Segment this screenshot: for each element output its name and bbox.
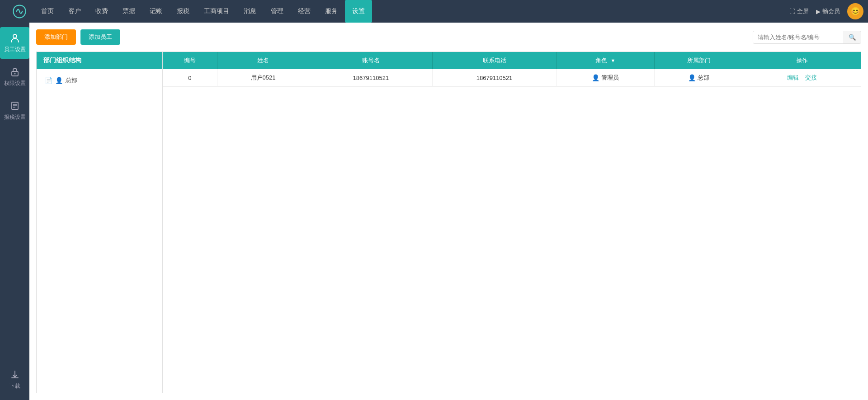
nav-operation[interactable]: 经营 <box>291 0 318 23</box>
col-role[interactable]: 角色 ▼ <box>556 52 655 69</box>
sidebar-item-download[interactable]: 下载 <box>0 364 29 395</box>
dept-item-general[interactable]: 📄 👤 总部 <box>41 74 158 87</box>
avatar-icon: 😊 <box>850 6 860 16</box>
nav-fee[interactable]: 收费 <box>88 0 115 23</box>
report-icon <box>9 100 20 111</box>
nav-settings[interactable]: 设置 <box>345 0 372 23</box>
nav-service[interactable]: 服务 <box>318 0 345 23</box>
nav-items: 首页 客户 收费 票据 记账 报税 工商项目 消息 管理 经营 服务 设置 <box>34 0 789 23</box>
member-label: 畅会员 <box>822 7 840 15</box>
fullscreen-button[interactable]: ⛶ 全屏 <box>789 7 809 15</box>
video-icon: ▶ <box>816 8 821 15</box>
main-layout: 员工设置 权限设置 报税设置 <box>0 23 868 400</box>
search-input[interactable] <box>753 31 844 43</box>
download-icon <box>9 369 20 380</box>
employee-panel: 编号 姓名 账号名 联系电话 角色 ▼ 所属部门 操作 <box>163 52 861 393</box>
dept-panel-body: 📄 👤 总部 <box>37 69 162 393</box>
sidebar-item-employee[interactable]: 员工设置 <box>0 27 29 59</box>
dept-label: 总部 <box>698 74 709 82</box>
nav-bill[interactable]: 票据 <box>115 0 142 23</box>
sidebar-label-download: 下载 <box>9 382 20 390</box>
transfer-button[interactable]: 交接 <box>805 74 817 81</box>
nav-home[interactable]: 首页 <box>34 0 61 23</box>
content-inner: 添加部门 添加员工 🔍 部门组织结构 📄 👤 <box>29 23 868 400</box>
col-ops: 操作 <box>743 52 861 69</box>
role-label: 管理员 <box>601 74 619 82</box>
sidebar-item-tax[interactable]: 报税设置 <box>0 95 29 127</box>
content-area: 添加部门 添加员工 🔍 部门组织结构 📄 👤 <box>29 23 868 400</box>
search-button[interactable]: 🔍 <box>844 31 861 43</box>
cell-ops: 编辑 交接 <box>743 69 861 87</box>
cell-id: 0 <box>163 69 217 87</box>
cell-role: 👤 管理员 <box>556 69 655 87</box>
dept-panel: 部门组织结构 📄 👤 总部 <box>36 52 163 393</box>
avatar[interactable]: 😊 <box>847 3 863 19</box>
nav-business[interactable]: 工商项目 <box>197 0 236 23</box>
col-name: 姓名 <box>217 52 309 69</box>
dept-user-icon-row: 👤 <box>688 74 696 81</box>
nav-message[interactable]: 消息 <box>236 0 264 23</box>
search-area: 🔍 <box>753 31 861 44</box>
person-icon <box>9 33 20 43</box>
nav-right: ⛶ 全屏 ▶ 畅会员 😊 <box>789 3 863 19</box>
search-icon: 🔍 <box>849 34 856 41</box>
employee-table: 编号 姓名 账号名 联系电话 角色 ▼ 所属部门 操作 <box>163 52 861 87</box>
fullscreen-label: 全屏 <box>797 7 809 15</box>
svg-point-0 <box>13 34 17 38</box>
nav-client[interactable]: 客户 <box>61 0 88 23</box>
cell-name: 用户0521 <box>217 69 309 87</box>
col-phone: 联系电话 <box>433 52 556 69</box>
table-wrapper: 编号 姓名 账号名 联系电话 角色 ▼ 所属部门 操作 <box>163 52 861 393</box>
sidebar-label-employee: 员工设置 <box>4 46 26 53</box>
dept-panel-header: 部门组织结构 <box>37 52 162 69</box>
col-role-label: 角色 <box>595 57 607 64</box>
cell-account: 18679110521 <box>309 69 433 87</box>
role-user-icon: 👤 <box>592 74 599 81</box>
logo-area <box>5 3 34 19</box>
col-account: 账号名 <box>309 52 433 69</box>
filter-icon: ▼ <box>610 58 615 63</box>
member-button[interactable]: ▶ 畅会员 <box>816 7 840 15</box>
top-navigation: 首页 客户 收费 票据 记账 报税 工商项目 消息 管理 经营 服务 设置 ⛶ … <box>0 0 868 23</box>
col-id: 编号 <box>163 52 217 69</box>
sidebar-bottom: 下载 <box>0 364 29 395</box>
nav-account[interactable]: 记账 <box>142 0 170 23</box>
nav-tax[interactable]: 报税 <box>170 0 197 23</box>
dept-item-label: 总部 <box>66 76 77 85</box>
add-employee-button[interactable]: 添加员工 <box>80 29 120 45</box>
fullscreen-icon: ⛶ <box>789 8 795 15</box>
table-body: 0 用户0521 18679110521 18679110521 👤 管理员 <box>163 69 861 87</box>
edit-button[interactable]: 编辑 <box>787 74 799 81</box>
toolbar: 添加部门 添加员工 🔍 <box>36 29 861 45</box>
add-dept-button[interactable]: 添加部门 <box>36 29 76 45</box>
panels: 部门组织结构 📄 👤 总部 <box>36 52 861 393</box>
lock-icon <box>9 66 20 77</box>
sidebar: 员工设置 权限设置 报税设置 <box>0 23 29 400</box>
table-row: 0 用户0521 18679110521 18679110521 👤 管理员 <box>163 69 861 87</box>
nav-manage[interactable]: 管理 <box>264 0 291 23</box>
cell-phone: 18679110521 <box>433 69 556 87</box>
sidebar-label-tax: 报税设置 <box>4 113 26 121</box>
sidebar-label-permission: 权限设置 <box>4 80 26 87</box>
cell-dept: 👤 总部 <box>655 69 743 87</box>
svg-point-2 <box>14 73 15 75</box>
dept-user-icon: 👤 <box>55 77 63 84</box>
col-dept: 所属部门 <box>655 52 743 69</box>
file-icon: 📄 <box>45 77 52 84</box>
sidebar-item-permission[interactable]: 权限设置 <box>0 61 29 93</box>
table-header: 编号 姓名 账号名 联系电话 角色 ▼ 所属部门 操作 <box>163 52 861 69</box>
